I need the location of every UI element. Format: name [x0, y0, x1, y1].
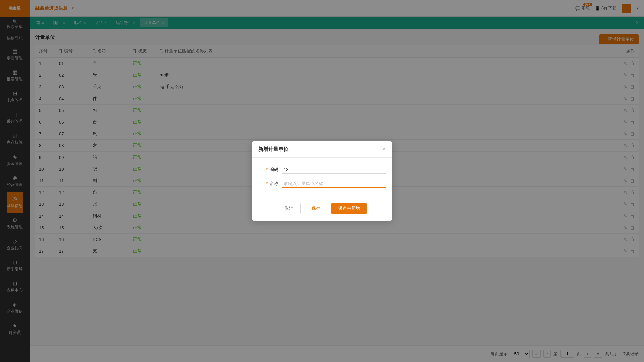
cancel-button[interactable]: 取消 [278, 203, 301, 214]
modal-body: * 编码 * 名称 [252, 158, 392, 199]
name-label: * 名称 [258, 181, 278, 187]
modal-header: 新增计量单位 × [252, 141, 392, 158]
modal-footer: 取消 保存 保存并新增 [252, 199, 392, 221]
modal-overlay: 新增计量单位 × * 编码 * 名称 取消 保存 保存并新增 [0, 0, 644, 362]
code-label: * 编码 [258, 167, 278, 173]
code-input[interactable] [282, 166, 386, 174]
save-button[interactable]: 保存 [305, 203, 327, 214]
add-unit-modal: 新增计量单位 × * 编码 * 名称 取消 保存 保存并新增 [252, 141, 392, 221]
name-input[interactable] [282, 180, 386, 188]
form-row-name: * 名称 [258, 180, 386, 188]
name-label-text: 名称 [270, 181, 278, 186]
save-and-new-button[interactable]: 保存并新增 [331, 203, 367, 214]
modal-title: 新增计量单位 [258, 146, 288, 153]
modal-close-button[interactable]: × [382, 146, 386, 153]
form-row-code: * 编码 [258, 166, 386, 174]
required-mark: * [266, 167, 268, 172]
code-label-text: 编码 [270, 167, 278, 172]
name-required-mark: * [266, 181, 268, 186]
